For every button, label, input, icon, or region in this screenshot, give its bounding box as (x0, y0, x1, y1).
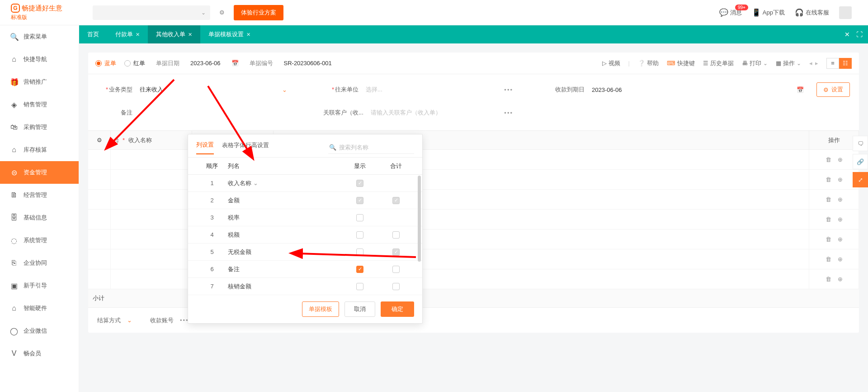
nav-item-智能硬件[interactable]: ⌂智能硬件 (0, 297, 79, 320)
delete-row-icon[interactable]: 🗑 (826, 276, 831, 282)
delete-row-icon[interactable]: 🗑 (826, 236, 831, 243)
checkbox[interactable] (392, 249, 400, 256)
delete-row-icon[interactable]: 🗑 (826, 256, 831, 263)
headset-icon: 🎧 (795, 8, 804, 17)
popup-cancel-button[interactable]: 取消 (344, 301, 375, 317)
party-input[interactable]: 选择... ••• (366, 84, 513, 96)
close-icon[interactable]: ✕ (188, 32, 192, 38)
settings-gear-icon[interactable]: ⚙ (217, 7, 227, 18)
nav-item-基础信息[interactable]: 🗄基础信息 (0, 206, 79, 229)
checkbox[interactable] (392, 283, 400, 290)
nav-item-库存核算[interactable]: ⌂库存核算 (0, 139, 79, 161)
checkbox[interactable] (356, 214, 363, 221)
fullscreen-icon[interactable]: ⛶ (856, 31, 863, 38)
form-settings-button[interactable]: ⚙ 设置 (816, 82, 850, 97)
more-icon[interactable]: ••• (504, 86, 513, 93)
add-row-icon[interactable]: ⊕ (838, 236, 843, 243)
doc-date-value[interactable]: 2023-06-06 (190, 60, 221, 67)
add-row-icon[interactable]: ⊕ (838, 196, 843, 203)
popup-template-button[interactable]: 单据模板 (302, 301, 339, 317)
view-list-icon[interactable]: ≡ (826, 58, 839, 69)
checkbox[interactable] (356, 249, 363, 256)
checkbox[interactable] (356, 231, 363, 239)
calendar-icon[interactable]: 📅 (797, 86, 804, 93)
more-icon[interactable]: ••• (504, 110, 513, 116)
nav-label: 系统管理 (24, 236, 47, 244)
checkbox[interactable] (392, 231, 400, 239)
delete-row-icon[interactable]: 🗑 (826, 216, 831, 223)
nav-item-企业微信[interactable]: ◯企业微信 (0, 320, 79, 342)
column-settings-button[interactable]: ⚙ (88, 131, 111, 149)
checkbox[interactable] (356, 266, 363, 273)
popup-row-order: 5 (196, 249, 228, 255)
nav-item-畅会员[interactable]: V畅会员 (0, 342, 79, 365)
checkbox[interactable] (356, 180, 363, 187)
close-icon[interactable]: ✕ (246, 32, 250, 38)
float-link-icon[interactable]: 🔗 (853, 154, 868, 169)
nav-item-新手引导[interactable]: ▣新手引导 (0, 274, 79, 297)
tab-单据模板设置[interactable]: 单据模板设置✕ (200, 25, 259, 43)
nav-item-营销推广[interactable]: 🎁营销推广 (0, 71, 79, 93)
nav-item-系统管理[interactable]: ◌系统管理 (0, 229, 79, 252)
checkbox[interactable] (392, 197, 400, 204)
add-row-icon[interactable]: ⊕ (838, 216, 843, 223)
checkbox[interactable] (356, 283, 363, 290)
add-row-icon[interactable]: ⊕ (838, 276, 843, 282)
col-income-name[interactable]: ▲▼ *收入名称 (111, 131, 192, 149)
popup-tab-font[interactable]: 表格字体行高设置 (222, 141, 269, 154)
app-download-button[interactable]: 📱 App下载 (752, 8, 785, 17)
rel-customer-input[interactable]: 请输入关联客户（收入单） ••• (371, 107, 513, 119)
next-doc-icon[interactable]: ▸ (815, 60, 818, 67)
history-button[interactable]: ☰历史单据 (703, 59, 734, 67)
chevron-down-icon[interactable]: ⌄ (253, 180, 258, 186)
experience-plan-button[interactable]: 体验行业方案 (234, 5, 283, 20)
checkbox[interactable] (392, 266, 400, 273)
logo-brand: 畅捷通好生意 (22, 4, 62, 13)
popup-search-input[interactable]: 🔍 搜索列名称 (328, 142, 414, 154)
tab-付款单[interactable]: 付款单✕ (107, 25, 148, 43)
account-field[interactable]: 收款账号 ••• (150, 316, 189, 325)
messages-button[interactable]: 💬 消息 99+ (719, 8, 742, 17)
nav-item-快捷导航[interactable]: ⌂快捷导航 (0, 48, 79, 71)
nav-item-资金管理[interactable]: ⊝资金管理 (0, 161, 79, 184)
close-all-tabs-icon[interactable]: ✕ (844, 31, 850, 38)
online-support-button[interactable]: 🎧 在线客服 (795, 8, 829, 17)
prev-doc-icon[interactable]: ◂ (809, 60, 812, 67)
delete-row-icon[interactable]: 🗑 (826, 156, 831, 163)
shortcut-button[interactable]: ⌨快捷键 (667, 59, 695, 67)
float-note-icon[interactable]: 🗨 (853, 136, 868, 151)
nav-item-经营管理[interactable]: 🗎经营管理 (0, 184, 79, 206)
delete-row-icon[interactable]: 🗑 (826, 176, 831, 183)
company-selector[interactable]: ⌄ (93, 5, 210, 20)
calendar-icon[interactable]: 📅 (231, 60, 239, 67)
biz-type-input[interactable]: 往来收入 ⌄ (140, 84, 287, 96)
float-expand-icon[interactable]: ⤢ (853, 172, 868, 187)
popup-ok-button[interactable]: 确定 (381, 301, 414, 317)
popup-tab-columns[interactable]: 列设置 (196, 141, 214, 154)
radio-blue[interactable]: 蓝单 (95, 59, 116, 67)
tab-首页[interactable]: 首页 (79, 25, 107, 43)
nav-item-搜索菜单[interactable]: 🔍搜索菜单 (0, 25, 79, 48)
account-label: 收款账号 (150, 316, 174, 325)
add-row-icon[interactable]: ⊕ (838, 256, 843, 263)
video-button[interactable]: ▷视频 (602, 59, 620, 67)
print-button[interactable]: 🖶打印⌄ (742, 59, 768, 67)
add-row-icon[interactable]: ⊕ (838, 176, 843, 183)
nav-item-企业协同[interactable]: ⎘企业协同 (0, 252, 79, 274)
view-detail-icon[interactable]: ☷ (839, 58, 852, 69)
help-button[interactable]: ❔帮助 (638, 59, 659, 67)
popup-scrollbar[interactable] (418, 176, 421, 262)
nav-item-销售管理[interactable]: ◈销售管理 (0, 93, 79, 116)
add-row-icon[interactable]: ⊕ (838, 156, 843, 163)
avatar[interactable] (839, 6, 852, 19)
close-icon[interactable]: ✕ (136, 32, 140, 38)
due-date-input[interactable]: 2023-06-06 (592, 85, 789, 95)
checkbox[interactable] (356, 197, 363, 204)
operate-button[interactable]: ▦操作⌄ (776, 59, 801, 67)
delete-row-icon[interactable]: 🗑 (826, 196, 831, 203)
remark-input[interactable] (140, 108, 287, 118)
nav-item-采购管理[interactable]: 🛍采购管理 (0, 116, 79, 139)
settle-method-field[interactable]: 结算方式 ⌄ (97, 316, 132, 325)
tab-其他收入单[interactable]: 其他收入单✕ (148, 25, 200, 43)
radio-red[interactable]: 红单 (124, 59, 145, 67)
